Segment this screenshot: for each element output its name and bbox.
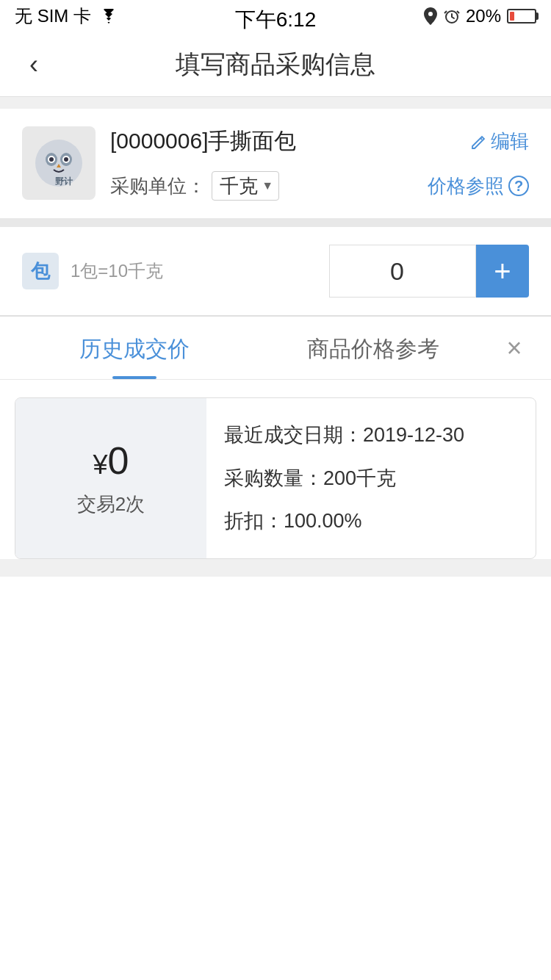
tab-close-button[interactable]: × <box>492 326 536 370</box>
battery-icon <box>507 9 536 24</box>
history-card: ¥0 交易2次 最近成交日期：2019-12-30 采购数量：200千克 折扣：… <box>15 397 536 559</box>
history-quantity-label: 采购数量： <box>224 467 323 489</box>
quantity-hint: 1包=10千克 <box>71 259 163 283</box>
section-divider <box>0 218 551 227</box>
history-card-left: ¥0 交易2次 <box>15 398 206 558</box>
status-bar: 无 SIM 卡 下午6:12 20% <box>0 0 551 32</box>
svg-point-7 <box>64 157 68 162</box>
quantity-info: 包 1包=10千克 <box>22 253 163 289</box>
tab-product-price-ref[interactable]: 商品价格参考 <box>253 317 492 379</box>
edit-icon <box>470 134 486 150</box>
quantity-plus-button[interactable]: + <box>476 245 529 298</box>
price-symbol: ¥ <box>93 450 108 480</box>
back-button[interactable]: ‹ <box>22 42 46 87</box>
unit-label: 采购单位： <box>110 173 206 199</box>
wifi-icon <box>98 9 119 24</box>
history-quantity-value: 200千克 <box>323 467 396 489</box>
unit-select[interactable]: 千克 包 克 <box>212 171 279 201</box>
history-card-right: 最近成交日期：2019-12-30 采购数量：200千克 折扣：100.00% <box>206 398 536 558</box>
plus-icon: + <box>494 255 511 288</box>
status-right-icons: 20% <box>423 6 536 26</box>
price-ref-label: 价格参照 <box>428 173 504 199</box>
unit-selector-group: 采购单位： 千克 包 克 <box>110 171 279 201</box>
discount-label: 折扣： <box>224 510 284 532</box>
quantity-row-info: 采购数量：200千克 <box>224 464 518 494</box>
svg-text:野计: 野计 <box>55 176 73 187</box>
product-card: 野计 [0000006]手撕面包 编辑 采购单位： <box>0 109 551 218</box>
quantity-unit-text: 包 <box>31 259 50 284</box>
product-thumbnail: 野计 <box>22 126 96 200</box>
recent-date-label: 最近成交日期： <box>224 424 363 446</box>
discount-row: 折扣：100.00% <box>224 506 518 536</box>
alarm-icon <box>444 8 460 24</box>
price-ref-icon: ? <box>508 176 529 196</box>
price-ref-button[interactable]: 价格参照 ? <box>428 173 529 199</box>
close-icon: × <box>506 333 522 364</box>
quantity-unit-badge: 包 <box>22 253 59 289</box>
owl-logo: 野计 <box>33 137 84 189</box>
tab-history-label: 历史成交价 <box>79 336 190 361</box>
product-name: [0000006]手撕面包 <box>110 126 296 156</box>
recent-date-row: 最近成交日期：2019-12-30 <box>224 420 518 450</box>
quantity-row: 包 1包=10千克 + <box>0 227 551 316</box>
recent-date-value: 2019-12-30 <box>363 424 464 446</box>
edit-label: 编辑 <box>491 129 529 154</box>
product-name-row: [0000006]手撕面包 编辑 <box>110 126 529 156</box>
svg-point-6 <box>49 157 54 162</box>
quantity-controls: + <box>329 245 529 298</box>
carrier-text: 无 SIM 卡 <box>15 4 91 28</box>
bottom-panel: 历史成交价 商品价格参考 × ¥0 交易2次 最近成交日期：2019-12-30… <box>0 316 551 559</box>
page-rest <box>0 577 551 981</box>
history-price: ¥0 <box>93 439 129 483</box>
tabs-row: 历史成交价 商品价格参考 × <box>0 317 551 380</box>
product-header: 野计 [0000006]手撕面包 编辑 采购单位： <box>22 126 529 201</box>
quantity-input[interactable] <box>329 245 476 298</box>
status-carrier: 无 SIM 卡 <box>15 4 119 28</box>
edit-button[interactable]: 编辑 <box>470 129 529 154</box>
status-time: 下午6:12 <box>235 6 317 34</box>
location-icon <box>423 7 438 25</box>
tab-history-price[interactable]: 历史成交价 <box>15 317 253 379</box>
price-value: 0 <box>108 439 129 482</box>
page-title: 填写商品采购信息 <box>176 48 375 82</box>
unit-row: 采购单位： 千克 包 克 价格参照 ? <box>110 171 529 201</box>
discount-value: 100.00% <box>284 510 362 532</box>
unit-select-wrapper[interactable]: 千克 包 克 <box>212 171 279 201</box>
product-info: [0000006]手撕面包 编辑 采购单位： 千克 包 <box>110 126 529 201</box>
battery-percent: 20% <box>466 6 501 26</box>
history-trades: 交易2次 <box>77 491 145 517</box>
tab-product-price-ref-label: 商品价格参考 <box>307 336 439 361</box>
nav-bar: ‹ 填写商品采购信息 <box>0 32 551 97</box>
